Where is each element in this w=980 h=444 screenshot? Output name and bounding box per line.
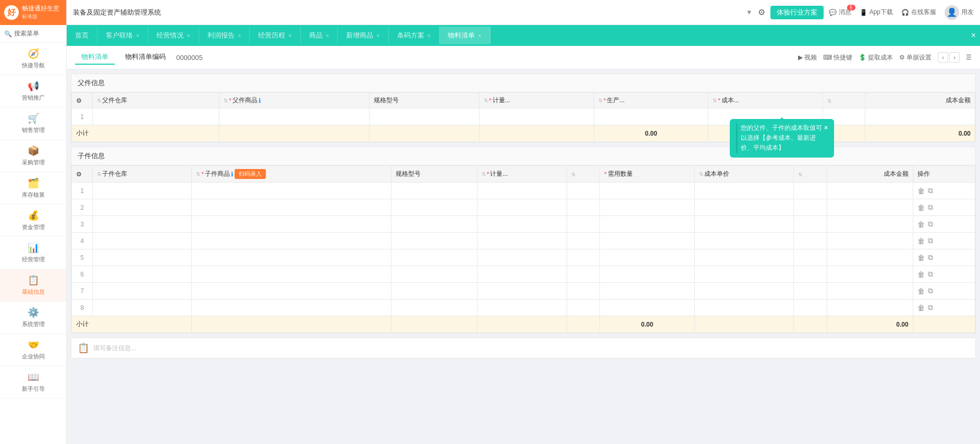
tab-home[interactable]: 首页	[67, 27, 97, 44]
tab-new-product[interactable]: 新增商品 ×	[338, 27, 388, 44]
cell-cost-amount[interactable]	[865, 109, 975, 125]
app-download-button[interactable]: 📱 App下载	[860, 8, 893, 17]
remark-placeholder[interactable]: 填写备注信息...	[93, 344, 136, 353]
cell-cost-amount[interactable]	[827, 283, 913, 299]
info-icon[interactable]: ℹ	[259, 97, 261, 104]
sidebar-search[interactable]: 🔍 搜索菜单	[0, 25, 66, 43]
sort-icon[interactable]: ⇅	[713, 98, 717, 103]
tab-profit[interactable]: 利润报告 ×	[199, 27, 250, 44]
delete-button[interactable]: 🗑	[917, 220, 925, 229]
sub-tab-bom-code[interactable]: 物料清单编码	[119, 50, 172, 65]
sort-icon[interactable]: ⇅	[97, 98, 101, 103]
cell-unit-cost[interactable]	[694, 199, 793, 216]
sort-icon[interactable]: ⇅	[196, 171, 200, 177]
cell-qty[interactable]	[599, 249, 694, 266]
online-service-button[interactable]: 🎧 在线客服	[901, 8, 936, 17]
cell-warehouse[interactable]	[93, 109, 219, 125]
sort-icon[interactable]: ⇅	[97, 171, 101, 177]
cell-unit-cost[interactable]	[694, 183, 793, 199]
cell-unit[interactable]	[477, 266, 567, 283]
cell-warehouse[interactable]	[93, 183, 192, 199]
cell-spec[interactable]	[391, 199, 477, 216]
cell-product[interactable]	[192, 283, 391, 299]
message-button[interactable]: 💬 消息 6	[829, 8, 851, 17]
tab-barcode[interactable]: 条码方案 ×	[389, 27, 439, 44]
sidebar-item-guide[interactable]: 📖 新手引导	[0, 366, 66, 399]
sub-tab-bom[interactable]: 物料清单	[75, 50, 115, 65]
user-button[interactable]: 👤 用友	[945, 5, 974, 20]
cell-cost-amount[interactable]	[827, 299, 913, 316]
sort-icon[interactable]: ⇅	[699, 171, 703, 177]
sidebar-item-marketing[interactable]: 📢 营销推广	[0, 75, 66, 107]
cell-qty[interactable]	[599, 183, 694, 199]
cell-warehouse[interactable]	[93, 216, 192, 233]
cell-unit[interactable]	[477, 183, 567, 199]
delete-button[interactable]: 🗑	[917, 270, 925, 279]
cell-warehouse[interactable]	[93, 266, 192, 283]
tab-customer[interactable]: 客户联络 ×	[97, 27, 148, 44]
cell-unit-cost[interactable]	[694, 233, 793, 249]
shortcut-button[interactable]: ⌨ 快捷键	[823, 53, 852, 62]
cell-spec[interactable]	[391, 249, 477, 266]
copy-button[interactable]: ⧉	[928, 286, 933, 295]
cell-cost-amount[interactable]	[827, 216, 913, 233]
cell-unit[interactable]	[477, 299, 567, 316]
cell-qty[interactable]	[599, 233, 694, 249]
sidebar-item-inventory[interactable]: 🗂️ 库存核算	[0, 172, 66, 205]
copy-button[interactable]: ⧉	[928, 186, 933, 195]
cell-unit-cost[interactable]	[694, 283, 793, 299]
cell-cost-amount[interactable]	[827, 266, 913, 283]
th-settings[interactable]: ⚙	[72, 93, 93, 109]
tab-close-icon[interactable]: ×	[136, 32, 139, 39]
copy-button[interactable]: ⧉	[928, 220, 933, 229]
cell-spec[interactable]	[391, 216, 477, 233]
delete-button[interactable]: 🗑	[917, 203, 925, 212]
cell-unit[interactable]	[477, 233, 567, 249]
tab-close-icon[interactable]: ×	[326, 32, 329, 39]
sort-icon[interactable]: ⇅	[224, 98, 228, 103]
cell-qty[interactable]	[599, 266, 694, 283]
delete-button[interactable]: 🗑	[917, 254, 925, 262]
cell-product[interactable]	[192, 199, 391, 216]
cell-unit-cost[interactable]	[694, 299, 793, 316]
cell-unit[interactable]	[477, 283, 567, 299]
sidebar-item-sales[interactable]: 🛒 销售管理	[0, 107, 66, 140]
cell-product[interactable]	[192, 266, 391, 283]
cell-cost-amount[interactable]	[827, 233, 913, 249]
copy-button[interactable]: ⧉	[928, 270, 933, 279]
cell-warehouse[interactable]	[93, 249, 192, 266]
sidebar-item-finance[interactable]: 💰 资金管理	[0, 205, 66, 237]
tab-business[interactable]: 经营情况 ×	[148, 27, 199, 44]
tab-close-icon[interactable]: ×	[427, 32, 431, 39]
extract-cost-button[interactable]: 💲 提取成本	[859, 53, 893, 62]
cell-spec[interactable]	[391, 299, 477, 316]
tab-close-icon[interactable]: ×	[187, 32, 190, 39]
cell-product[interactable]	[192, 183, 391, 199]
tab-history[interactable]: 经营历程 ×	[250, 27, 300, 44]
tab-close-icon[interactable]: ×	[376, 32, 379, 39]
sidebar-item-operations[interactable]: 📊 经营管理	[0, 237, 66, 269]
copy-button[interactable]: ⧉	[928, 303, 933, 312]
sort-icon[interactable]: ⇅	[598, 98, 603, 103]
tooltip-close-button[interactable]: ×	[824, 123, 828, 133]
tab-close-icon[interactable]: ×	[288, 32, 291, 39]
tab-product[interactable]: 商品 ×	[301, 27, 338, 44]
cell-warehouse[interactable]	[93, 233, 192, 249]
tab-close-icon[interactable]: ×	[238, 32, 241, 39]
delete-button[interactable]: 🗑	[917, 237, 925, 245]
copy-button[interactable]: ⧉	[928, 236, 933, 245]
copy-button[interactable]: ⧉	[928, 253, 933, 262]
cell-warehouse[interactable]	[93, 283, 192, 299]
sort-icon[interactable]: ⇅	[482, 171, 486, 177]
cell-spec[interactable]	[391, 266, 477, 283]
cell-cost-amount[interactable]	[827, 199, 913, 216]
cell-unit[interactable]	[477, 216, 567, 233]
cell-product[interactable]	[192, 216, 391, 233]
cell-product[interactable]	[192, 299, 391, 316]
cell-unit-cost[interactable]	[694, 216, 793, 233]
delete-button[interactable]: 🗑	[917, 187, 925, 195]
nav-prev-button[interactable]: ‹	[938, 52, 948, 63]
tab-bom[interactable]: 物料清单 ×	[439, 27, 490, 44]
tab-close-icon[interactable]: ×	[478, 32, 481, 39]
cell-spec[interactable]	[370, 109, 480, 125]
